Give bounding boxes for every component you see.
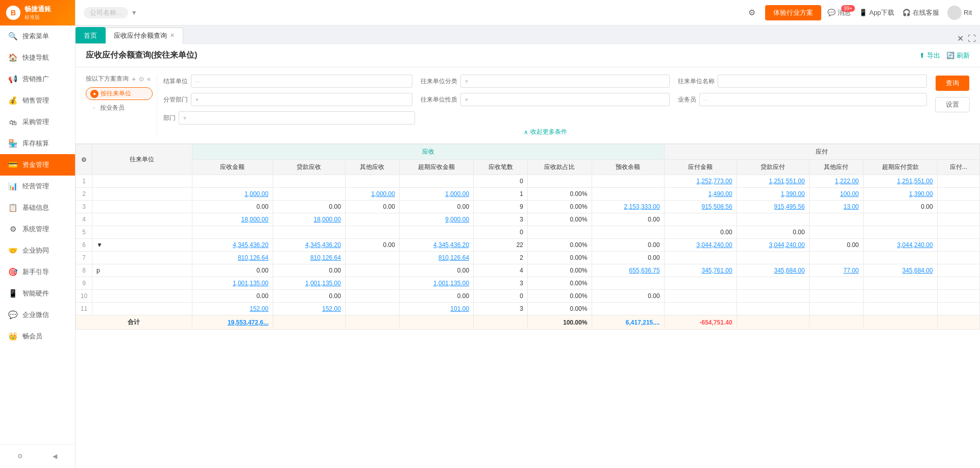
cell-ap_tail: [937, 213, 979, 226]
topbar-right: 💬 消息 99+ 📱 App下载 🎧 在线客服 Rit: [827, 6, 972, 20]
user-avatar-button[interactable]: Rit: [947, 6, 972, 20]
cell-ar_count: 0: [474, 175, 528, 188]
cell-ap_amount[interactable]: 3,044,240.00: [664, 239, 737, 252]
cell-ap_amount[interactable]: [664, 277, 737, 290]
cell-ap_amount[interactable]: 1,252,773.00: [664, 175, 737, 188]
sidebar-label-hardware: 智能硬件: [22, 289, 49, 298]
sidebar-item-finance[interactable]: 💳 资金管理: [0, 154, 75, 176]
cell-ap_amount[interactable]: [664, 213, 737, 226]
query-button[interactable]: 查询: [936, 76, 969, 91]
unit-nature-select[interactable]: ▼: [460, 93, 670, 106]
footer-ap-amount: -654,751.40: [664, 315, 737, 330]
sidebar-item-system[interactable]: ⚙ 系统管理: [0, 218, 75, 240]
tab-close-icon[interactable]: ✕: [170, 32, 175, 39]
sidebar-item-collab[interactable]: 🤝 企业协同: [0, 240, 75, 261]
collapse-more-button[interactable]: ∧ 收起更多条件: [163, 128, 927, 136]
scheme-option-by-unit[interactable]: ● 按往来单位: [86, 87, 153, 100]
cell-ar_count: 4: [474, 264, 528, 277]
tab-ar-ap[interactable]: 应收应付余额查询 ✕: [106, 28, 183, 44]
sidebar-item-guide[interactable]: 🎯 新手引导: [0, 261, 75, 283]
settlement-unit-input[interactable]: ···: [191, 75, 412, 88]
scheme-option-by-staff[interactable]: ○ 按业务员: [86, 102, 153, 114]
cell-ar_amount[interactable]: 4,345,436.20: [192, 239, 273, 252]
cell-ar_amount[interactable]: 810,126.64: [192, 252, 273, 264]
sidebar-item-search[interactable]: 🔍 搜索菜单: [0, 26, 75, 47]
cell-ap_amount[interactable]: 0.00: [664, 226, 737, 239]
home-icon: 🏠: [8, 53, 17, 62]
scheme-option-staff-icon: ○: [90, 104, 98, 112]
cell-ar_other: [345, 213, 399, 226]
table-config-icon[interactable]: ⚙: [81, 156, 87, 163]
cell-ap_amount[interactable]: [664, 252, 737, 264]
scheme-settings-icon[interactable]: ⊙: [139, 76, 144, 83]
online-service-label: 在线客服: [913, 8, 939, 17]
dept-manager-select[interactable]: ▼: [191, 93, 412, 106]
app-download-button[interactable]: 📱 App下载: [859, 8, 894, 17]
cell-ap_overdue: [863, 213, 937, 226]
th-config[interactable]: ⚙: [76, 144, 92, 175]
cell-ar_overdue: 4,345,436.20: [399, 239, 473, 252]
cell-ap_amount[interactable]: 345,761.00: [664, 264, 737, 277]
cell-ar_amount[interactable]: 0.00: [192, 290, 273, 303]
cell-ar_amount[interactable]: 0.00: [192, 201, 273, 213]
cell-ar_amount[interactable]: 152.00: [192, 303, 273, 315]
window-close-icon[interactable]: ✕: [957, 34, 964, 43]
cell-ar_amount[interactable]: 0.00: [192, 264, 273, 277]
sidebar-item-hardware[interactable]: 📱 智能硬件: [0, 283, 75, 304]
export-button[interactable]: ⬆ 导出: [919, 51, 940, 60]
cell-ap_amount[interactable]: 915,508.56: [664, 201, 737, 213]
cell-ap_amount[interactable]: [664, 303, 737, 315]
refresh-button[interactable]: 🔄 刷新: [946, 51, 970, 60]
scheme-collapse-icon[interactable]: «: [147, 76, 151, 83]
cell-ar_amount[interactable]: 1,001,135.00: [192, 277, 273, 290]
online-service-button[interactable]: 🎧 在线客服: [902, 8, 939, 17]
cell-ar_count: 22: [474, 239, 528, 252]
unit-category-select[interactable]: ▼: [460, 75, 670, 88]
breadcrumb-chevron[interactable]: ▼: [131, 9, 137, 16]
cell-ap_other: 77.00: [809, 264, 863, 277]
footer-ar-amount[interactable]: 19,553,472,6...: [192, 315, 273, 330]
messages-button[interactable]: 💬 消息 99+: [827, 8, 851, 17]
sidebar-item-member[interactable]: 👑 畅会员: [0, 326, 75, 347]
sidebar-settings-btn[interactable]: ⚙: [5, 450, 35, 463]
sidebar-item-quicknav[interactable]: 🏠 快捷导航: [0, 47, 75, 68]
cell-ap_amount[interactable]: 1,490.00: [664, 188, 737, 201]
cell-ar_amount[interactable]: 1,000.00: [192, 188, 273, 201]
settings-button[interactable]: 设置: [935, 97, 970, 112]
basic-icon: 📋: [8, 203, 17, 212]
cell-row_num: 1: [76, 175, 92, 188]
sidebar-item-purchase[interactable]: 🛍 采购管理: [0, 111, 75, 133]
footer-ar-ratio: 100.00%: [528, 315, 592, 330]
operations-icon: 📊: [8, 182, 17, 191]
cell-ar_ratio: 0.00%: [528, 264, 592, 277]
footer-ar-prepay[interactable]: 6,417,215....: [592, 315, 664, 330]
window-expand-icon[interactable]: ⛶: [968, 34, 976, 43]
add-scheme-icon[interactable]: +: [132, 75, 136, 83]
cell-ar_amount[interactable]: 18,000.00: [192, 213, 273, 226]
cell-row_num: 8: [76, 264, 92, 277]
sidebar-item-wechat[interactable]: 💬 企业微信: [0, 304, 75, 326]
salesperson-input[interactable]: ···: [699, 93, 927, 106]
sidebar-item-basic[interactable]: 📋 基础信息: [0, 197, 75, 218]
sidebar-item-sales[interactable]: 💰 销售管理: [0, 90, 75, 111]
cell-ar_amount[interactable]: [192, 175, 273, 188]
cell-ar_loan: 810,126.64: [273, 252, 345, 264]
cell-ap_tail: [937, 290, 979, 303]
sidebar-item-inventory[interactable]: 🏪 库存核算: [0, 133, 75, 154]
sidebar-label-guide: 新手引导: [22, 267, 49, 277]
unit-name-input[interactable]: [718, 75, 927, 88]
cell-ap_tail: [937, 252, 979, 264]
dept-select[interactable]: ▼: [179, 111, 415, 125]
th-ar-prepay: 预收余额: [592, 160, 664, 175]
sidebar-item-operations[interactable]: 📊 经营管理: [0, 176, 75, 197]
cell-partner: [92, 175, 192, 188]
cell-ar_prepay: [592, 303, 664, 315]
sidebar-collapse-btn[interactable]: ◀: [40, 450, 70, 463]
cell-ap_amount[interactable]: [664, 290, 737, 303]
industry-solution-button[interactable]: 体验行业方案: [765, 5, 821, 20]
cell-ar_amount[interactable]: [192, 226, 273, 239]
tab-home[interactable]: 首页: [76, 27, 106, 43]
topbar-gear-icon[interactable]: ⚙: [745, 6, 759, 20]
sidebar-item-marketing[interactable]: 📢 营销推广: [0, 68, 75, 90]
cell-ar_overdue: 1,001,135.00: [399, 277, 473, 290]
